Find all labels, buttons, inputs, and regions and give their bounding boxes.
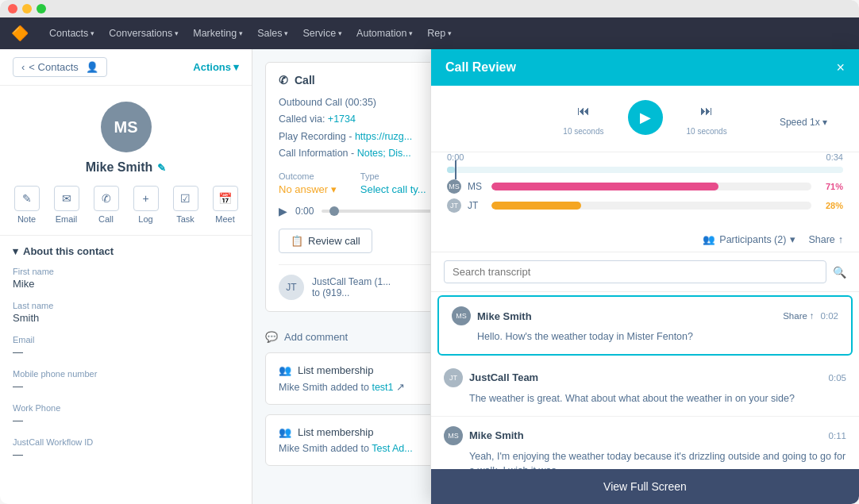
msg-name-3: Mike Smith [469,429,822,441]
review-call-button[interactable]: 📋 Review call [279,229,372,253]
waveform-track[interactable] [447,167,843,173]
action-call[interactable]: ✆ Call [94,186,119,224]
contact-actions: ✎ Note ✉ Email ✆ Call + Log ☑ Task 📅 Mee… [0,175,252,235]
nav-sales[interactable]: Sales ▾ [257,28,288,39]
msg-avatar-1: MS [452,306,471,325]
waveform-timeline: 0:00 0:34 [447,152,843,162]
action-note[interactable]: ✎ Note [14,186,40,224]
msg-share-button-1[interactable]: Share ↑ [783,311,814,321]
speaker-bar-jt [491,202,581,210]
speaker-avatar-ms: MS [447,179,461,194]
action-meet[interactable]: 📅 Meet [213,186,238,224]
chevron-down-icon: ▾ [409,29,413,37]
field-firstname: First name Mike [13,267,239,290]
participants-icon: 👥 [703,233,715,245]
call-title: Call [295,74,315,87]
msg-header-2: JT JustCall Team 0:05 [444,368,846,387]
msg-text-2: The weather is great. What about what ab… [444,391,846,406]
action-task[interactable]: ☑ Task [173,186,198,224]
about-section: ▾ About this contact First name Mike Las… [0,235,252,481]
chevron-down-icon: ▾ [790,233,795,245]
nav-marketing[interactable]: Marketing ▾ [193,28,243,39]
speaker-label-jt: JT [468,200,485,211]
list-icon: 👥 [279,426,291,438]
nav-rep[interactable]: Rep ▾ [427,28,452,39]
hubspot-logo: 🔶 [11,25,29,42]
msg-time-2: 0:05 [829,373,846,383]
call-info-link[interactable]: Notes; Dis... [357,148,411,159]
msg-text-1: Hello. How's the weather today in Mister… [452,329,838,344]
chevron-down-icon: ▾ [338,29,342,37]
external-link-icon: ↗ [396,382,405,393]
share-button[interactable]: Share ↑ [808,234,843,245]
sidebar-header: ‹ < Contacts 👤 Actions ▾ [0,49,252,86]
about-header[interactable]: ▾ About this contact [13,245,239,257]
action-email[interactable]: ✉ Email [54,186,79,224]
rewind-button[interactable]: ⏮ [571,98,596,124]
forward-button[interactable]: ⏭ [694,98,719,124]
forward-group: ⏭ 10 seconds [687,98,727,136]
forward-label: 10 seconds [687,127,727,136]
document-icon: 📋 [291,235,303,247]
waveform-area: 0:00 0:34 MS MS 71% JT JT [431,152,859,227]
msg-time-1: 0:02 [821,311,838,321]
speaker-pct-jt: 28% [818,201,843,210]
nav-contacts[interactable]: Contacts ▾ [49,28,94,39]
transcript-message-1[interactable]: MS Mike Smith Share ↑ 0:02 Hello. How's … [437,295,853,356]
transcript-message-2[interactable]: JT JustCall Team 0:05 The weather is gre… [431,359,859,417]
audio-controls: ⏮ 10 seconds ▶ ⏭ 10 seconds Speed 1x ▾ [431,86,859,152]
waveform-needle [455,160,456,179]
play-button-small[interactable]: ▶ [279,205,287,217]
type-col: Type Select call ty... [360,171,426,195]
close-button[interactable]: × [836,60,845,75]
task-icon: ☑ [173,186,198,211]
field-work-phone: Work Phone — [13,403,239,426]
audio-buttons: ⏮ 10 seconds ▶ ⏭ 10 seconds [563,98,726,136]
call-icon: ✆ [279,74,288,87]
call-review-modal: Call Review × ⏮ 10 seconds ▶ ⏭ 10 second… [430,49,859,504]
nav-conversations[interactable]: Conversations ▾ [109,28,179,39]
chevron-down-icon: ▾ [175,29,179,37]
list-icon: 👥 [279,364,291,376]
msg-avatar-2: JT [444,368,463,387]
outcome-value[interactable]: No answer ▾ [279,183,337,195]
nav-service[interactable]: Service ▾ [302,28,342,39]
list-link-2[interactable]: Test Ad... [372,443,412,454]
fullscreen-window-button[interactable] [37,4,46,13]
search-icon[interactable]: 🔍 [833,266,846,279]
transcript-message-3[interactable]: MS Mike Smith 0:11 Yeah, I'm enjoying th… [431,417,859,470]
minimize-window-button[interactable] [22,4,32,13]
close-window-button[interactable] [8,4,17,13]
waveform-progress [447,167,455,173]
window-chrome [0,0,859,17]
action-log[interactable]: + Log [133,186,159,224]
rewind-group: ⏮ 10 seconds [563,98,603,136]
list-link-1[interactable]: test1 [372,382,393,393]
back-to-contacts-button[interactable]: ‹ < Contacts 👤 [13,57,107,77]
called-via-link[interactable]: +1734 [328,113,356,125]
type-select[interactable]: Select call ty... [360,183,426,195]
play-main-button[interactable]: ▶ [628,100,663,135]
chevron-down-icon: ▾ [448,29,452,37]
msg-header-3: MS Mike Smith 0:11 [444,426,846,445]
msg-name-1: Mike Smith [477,310,776,322]
speaker-row-ms: MS MS 71% [447,179,843,194]
audio-time: 0:00 [295,206,314,217]
msg-avatar-3: MS [444,426,463,445]
user-icon: 👤 [86,61,98,73]
progress-thumb [329,206,339,216]
speaker-bar-container-jt [491,202,811,210]
share-icon: ↑ [810,311,815,321]
transcript-search: 🔍 [431,252,859,292]
nav-automation[interactable]: Automation ▾ [356,28,413,39]
speed-button[interactable]: Speed 1x ▾ [780,117,827,128]
chevron-down-icon: ▾ [239,29,243,37]
edit-contact-icon[interactable]: ✎ [157,162,166,174]
participants-button[interactable]: 👥 Participants (2) ▾ [703,233,795,245]
speaker-row-jt: JT JT 28% [447,198,843,213]
view-fullscreen-button[interactable]: View Full Screen [431,469,859,504]
participants-bar: 👥 Participants (2) ▾ Share ↑ [431,227,859,252]
recording-link[interactable]: https://ruzg... [355,131,412,142]
transcript-search-input[interactable] [444,260,826,283]
actions-button[interactable]: Actions ▾ [193,61,239,73]
